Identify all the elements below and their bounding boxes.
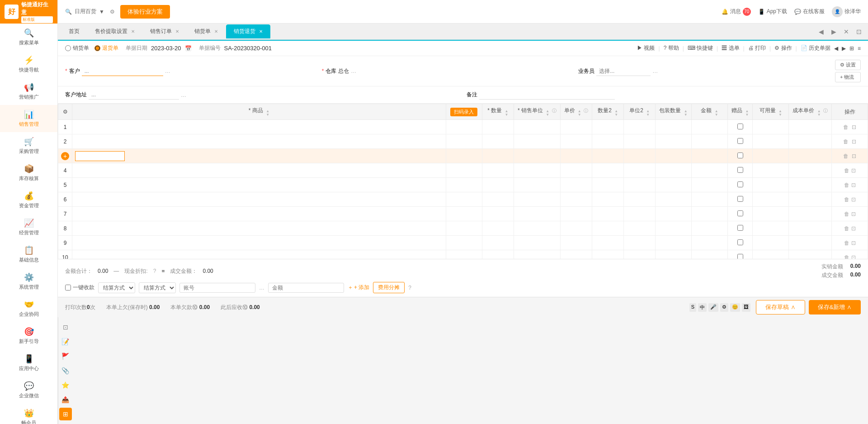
settle-method-select[interactable]: 结算方式	[98, 282, 135, 293]
toolbar-next[interactable]: ▶	[842, 45, 846, 52]
rs-active-btn[interactable]: ⊞	[59, 408, 72, 420]
remark-input[interactable]	[479, 90, 615, 100]
qty2-sort[interactable]: ▲▼	[614, 110, 618, 117]
tool-img[interactable]: 🖼	[742, 303, 750, 312]
toolbar-list-view[interactable]: ≡	[858, 45, 861, 52]
gift-checkbox-5[interactable]	[737, 181, 743, 187]
gift-checkbox-10[interactable]	[737, 254, 743, 259]
unit-sort[interactable]: ▲▼	[546, 110, 549, 117]
radio-return-input[interactable]	[94, 45, 100, 51]
amount-sort[interactable]: ▲▼	[715, 110, 718, 117]
tab-price-setting[interactable]: 售价提取设置 ✕	[88, 25, 142, 38]
delete-icon-2[interactable]: 🗑	[843, 138, 849, 145]
toolbar-prev[interactable]: ◀	[834, 45, 838, 52]
amount-input[interactable]	[268, 283, 344, 293]
rs-share-icon[interactable]: 📤	[59, 393, 72, 406]
experience-btn[interactable]: 体验行业方案	[120, 5, 170, 19]
qty-sort[interactable]: ▲▼	[505, 110, 509, 117]
radio-sale[interactable]: 销货单	[65, 44, 89, 52]
radio-return[interactable]: 退货单	[94, 44, 118, 52]
gift-sort[interactable]: ▲▼	[745, 110, 749, 117]
copy-icon-1[interactable]: ⊡	[852, 124, 856, 130]
split-btn[interactable]: 费用分摊	[373, 282, 405, 293]
th-settings[interactable]: ⚙	[58, 104, 72, 120]
delete-icon-8[interactable]: 🗑	[844, 225, 849, 232]
account-input[interactable]	[179, 283, 255, 293]
toolbar-shortcut[interactable]: ⌨ 快捷键	[688, 44, 713, 52]
tool-zh[interactable]: 中	[698, 303, 707, 312]
toolbar-operation[interactable]: ⚙ 操作	[774, 44, 792, 52]
sidebar-item-cooperation[interactable]: 🤝 企业协同	[0, 295, 57, 322]
copy-icon-5[interactable]: ⊡	[851, 182, 856, 188]
staff-dots[interactable]: …	[652, 68, 658, 74]
delete-icon-10[interactable]: 🗑	[844, 254, 849, 259]
app-download-btn[interactable]: 📱 App下载	[758, 8, 787, 15]
sidebar-item-basic[interactable]: 📋 基础信息	[0, 241, 57, 268]
save-new-btn[interactable]: 保存&新增 ∧	[809, 300, 861, 314]
tab-sales-order-close[interactable]: ✕	[175, 29, 179, 34]
sidebar-item-inventory[interactable]: 📦 库存核算	[0, 159, 57, 186]
gift-checkbox-9[interactable]	[737, 239, 743, 245]
add-row-btn[interactable]: +	[61, 152, 69, 160]
tab-sales-delivery-close[interactable]: ✕	[214, 29, 218, 34]
one-click-payment-checkbox[interactable]: 一键收款	[65, 284, 94, 291]
delete-icon-9[interactable]: 🗑	[844, 240, 849, 246]
customer-input[interactable]	[82, 67, 163, 76]
copy-icon-4[interactable]: ⊡	[851, 167, 856, 174]
sidebar-item-sales[interactable]: 📊 销售管理	[0, 105, 57, 132]
gift-checkbox-8[interactable]	[737, 225, 743, 231]
account-dots[interactable]: …	[259, 285, 264, 291]
copy-icon-3[interactable]: ⊡	[852, 153, 856, 159]
cost-info-icon[interactable]: ⓘ	[823, 108, 828, 113]
tab-sales-return-close[interactable]: ✕	[259, 29, 263, 34]
tab-prev-btn[interactable]: ◀	[816, 26, 826, 37]
customer-dots[interactable]: …	[165, 68, 170, 74]
calc-help-icon[interactable]: ?	[153, 268, 156, 274]
delete-icon-4[interactable]: 🗑	[844, 167, 849, 174]
copy-icon-10[interactable]: ⊡	[851, 254, 856, 259]
radio-sale-input[interactable]	[65, 45, 71, 51]
price-sort[interactable]: ▲▼	[578, 110, 581, 117]
copy-icon-8[interactable]: ⊡	[851, 225, 856, 232]
scan-btn[interactable]: 扫码录入	[450, 108, 477, 116]
tab-sales-delivery[interactable]: 销货单 ✕	[187, 25, 225, 38]
warehouse-dots[interactable]: …	[351, 68, 356, 74]
tool-settings2[interactable]: ⚙	[720, 303, 728, 312]
copy-icon-6[interactable]: ⊡	[851, 196, 856, 203]
pkg-sort[interactable]: ▲▼	[684, 110, 688, 117]
rs-expand-icon[interactable]: ⊡	[59, 321, 72, 333]
tool-mic[interactable]: 🎤	[708, 303, 718, 312]
unit2-sort[interactable]: ▲▼	[646, 110, 650, 117]
delete-icon-3[interactable]: 🗑	[843, 153, 849, 159]
logistics-button[interactable]: + 物流	[835, 72, 861, 82]
address-input[interactable]	[89, 90, 179, 100]
tab-next-btn[interactable]: ▶	[828, 26, 839, 37]
rs-flag-icon[interactable]: 🚩	[59, 350, 72, 362]
copy-icon-9[interactable]: ⊡	[851, 240, 856, 246]
delete-icon-7[interactable]: 🗑	[844, 211, 849, 217]
sidebar-item-member[interactable]: 👑 畅会员	[0, 404, 57, 424]
add-payment-btn[interactable]: ＋ + 添加	[348, 284, 369, 291]
toolbar-grid-view[interactable]: ⊞	[849, 45, 854, 52]
gift-checkbox-1[interactable]	[737, 124, 743, 129]
delete-icon-1[interactable]: 🗑	[843, 124, 849, 130]
sidebar-item-system[interactable]: ⚙️ 系统管理	[0, 268, 57, 295]
product-input-active[interactable]	[75, 151, 125, 161]
tab-home[interactable]: 首页	[61, 25, 87, 38]
sidebar-item-marketing[interactable]: 📢 营销推广	[0, 78, 57, 105]
available-sort[interactable]: ▲▼	[778, 110, 782, 117]
sidebar-item-finance[interactable]: 💰 资金管理	[0, 186, 57, 214]
settings-button[interactable]: ⚙ 设置	[835, 60, 861, 70]
rs-attachment-icon[interactable]: 📎	[59, 364, 72, 377]
tab-price-setting-close[interactable]: ✕	[131, 29, 135, 34]
topbar-search[interactable]: 🔍 日用百货 ▼	[65, 8, 104, 15]
cost-sort[interactable]: ▲▼	[817, 110, 821, 117]
payment-help-icon[interactable]: ?	[408, 285, 411, 291]
settings-icon-topbar[interactable]: ⚙	[110, 9, 115, 15]
unit-info-icon[interactable]: ⓘ	[552, 108, 557, 113]
sidebar-item-search[interactable]: 🔍 搜索菜单	[0, 24, 57, 51]
address-dots[interactable]: …	[181, 92, 186, 98]
price-info-icon[interactable]: ⓘ	[584, 108, 588, 113]
user-profile[interactable]: 👤 徐泽华	[832, 6, 861, 17]
tab-sales-order[interactable]: 销售订单 ✕	[143, 25, 186, 38]
